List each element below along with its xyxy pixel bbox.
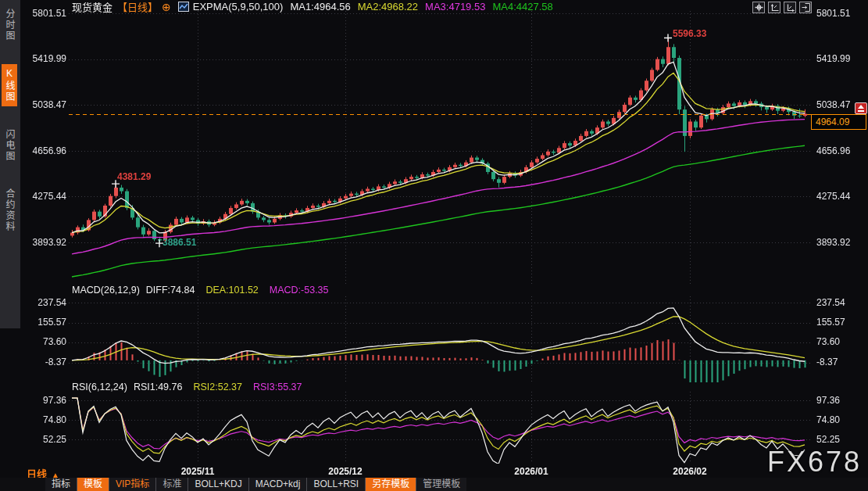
toolbar-item-indicators[interactable]: 指标 <box>45 478 77 491</box>
zoom-x-axis-tool-icon[interactable] <box>784 2 796 13</box>
rsi-label-row: RSI(6,12,24) RSI1:49.76 RSI2:52.37 RSI3:… <box>72 382 302 392</box>
toolbar-item-boll-rsi[interactable]: BOLL+RSI <box>306 478 365 491</box>
fx678-watermark: FX678 <box>767 446 862 478</box>
rsi-axis-label-right: 97.36 <box>816 395 840 406</box>
macd-axis-label-left: 237.54 <box>26 297 66 308</box>
high-annotation: 5596.33 <box>673 28 706 39</box>
price-axis-label-left: 5419.99 <box>26 53 66 64</box>
price-axis-label-right: 5038.47 <box>816 99 850 110</box>
pane-collapse-tool-icon[interactable] <box>799 2 812 13</box>
price-axis-label-right: 5419.99 <box>816 53 850 64</box>
ma2-value: MA2:4968.22 <box>358 1 418 13</box>
local-high-annotation: 4381.29 <box>117 171 151 182</box>
toolbar-item-standard[interactable]: 标准 <box>155 478 188 491</box>
macd-axis-label-right: 73.60 <box>816 336 840 347</box>
macd-axis-label-left: -8.37 <box>26 357 66 367</box>
price-alert-icon[interactable] <box>855 102 867 114</box>
zoom-y-axis-tool-icon[interactable] <box>768 2 780 13</box>
price-axis-label-right: 4656.96 <box>816 145 850 156</box>
sidebar-gap <box>0 45 20 59</box>
macd-axis-label-left: 155.57 <box>26 317 66 328</box>
symbol-title: 现货黄金 <box>72 0 113 14</box>
price-axis-label-right: 5801.51 <box>816 8 850 19</box>
rsi2-value: RSI2:52.37 <box>193 382 242 392</box>
toolbar-item-boll-kdj[interactable]: BOLL+KDJ <box>188 478 248 491</box>
macd-axis-label-right: 155.57 <box>816 317 845 328</box>
toolbar-item-vip-indicators[interactable]: VIP指标 <box>109 478 155 491</box>
sidebar-tab-kline-chart[interactable]: K线图 <box>2 64 17 106</box>
time-axis-label: 2025/12 <box>314 466 377 477</box>
bottom-toolbar: 指标 模板 VIP指标 标准 BOLL+KDJ MACD+kdj BOLL+RS… <box>45 478 466 491</box>
toolbar-item-manage-template[interactable]: 管理模板 <box>416 478 466 491</box>
toolbar-item-macd-kdj[interactable]: MACD+kdj <box>248 478 307 491</box>
sidebar-gap <box>0 166 20 180</box>
time-axis-label: 2026/01 <box>500 466 563 477</box>
rsi-axis-label-right: 52.25 <box>816 434 840 445</box>
chart-tool-icons <box>752 2 812 13</box>
price-axis-label-left: 4275.44 <box>26 191 66 202</box>
circle-plus-icon[interactable]: ⊕ <box>162 1 171 13</box>
ma4-value: MA4:4427.58 <box>492 1 552 13</box>
toolbar-item-save-template[interactable]: 另存模板 <box>365 478 416 491</box>
current-price-tag: 4964.09 <box>811 114 866 130</box>
sidebar-tab-time-chart[interactable]: 分时图 <box>2 5 17 45</box>
macd-title: MACD(26,12,9) <box>72 285 140 296</box>
rsi3-value: RSI3:55.37 <box>253 382 302 392</box>
expma-indicator-label: EXPMA(5,9,50,100) <box>193 1 284 13</box>
price-axis-label-left: 3893.92 <box>26 237 66 248</box>
kline-chart-canvas[interactable] <box>0 0 868 491</box>
ma1-value: MA1:4964.56 <box>290 1 350 13</box>
macd-axis-label-right: 237.54 <box>816 297 845 308</box>
indicator-chart-icon <box>178 2 189 12</box>
sidebar-gap <box>0 106 20 120</box>
macd-macd-value: MACD:-53.35 <box>270 285 329 296</box>
rsi-axis-label-left: 74.80 <box>26 414 66 425</box>
toolbar-item-template[interactable]: 模板 <box>77 478 109 491</box>
price-axis-label-right: 3893.92 <box>816 237 850 248</box>
macd-label-row: MACD(26,12,9) DIFF:74.84 DEA:101.52 MACD… <box>72 285 329 296</box>
app-window: 分时图 K线图 闪电图 合约资料 现货黄金 【日线】 ⊕ EXPMA(5,9,5… <box>0 0 868 491</box>
rsi-axis-label-left: 97.36 <box>26 395 66 406</box>
price-axis-label-left: 5038.47 <box>26 99 66 110</box>
time-axis-label: 2026/02 <box>659 466 721 477</box>
sidebar-tab-contract-info[interactable]: 合约资料 <box>2 185 17 236</box>
left-sidebar: 分时图 K线图 闪电图 合约资料 <box>0 0 20 328</box>
price-axis-label-left: 5801.51 <box>26 8 66 19</box>
rsi-title: RSI(6,12,24) <box>72 382 127 392</box>
rsi-axis-label-left: 52.25 <box>26 434 66 445</box>
macd-dea-value: DEA:101.52 <box>205 285 258 296</box>
ma3-value: MA3:4719.53 <box>425 1 485 13</box>
period-tag: 【日线】 <box>117 0 158 14</box>
price-axis-label-left: 4656.96 <box>26 145 66 156</box>
crosshair-tool-icon[interactable] <box>752 2 765 13</box>
rsi-axis-label-right: 74.80 <box>816 414 840 425</box>
macd-axis-label-left: 73.60 <box>26 336 66 347</box>
rsi1-value: RSI1:49.76 <box>134 382 183 392</box>
macd-diff-value: DIFF:74.84 <box>146 285 195 296</box>
macd-axis-label-right: -8.37 <box>816 357 838 367</box>
chart-header: 现货黄金 【日线】 ⊕ EXPMA(5,9,50,100) MA1:4964.5… <box>72 0 553 13</box>
price-axis-label-right: 4275.44 <box>816 191 850 202</box>
sidebar-tab-lightning-chart[interactable]: 闪电图 <box>2 125 17 166</box>
low-annotation: 3886.51 <box>163 237 196 248</box>
time-axis-label: 2025/11 <box>166 466 229 477</box>
